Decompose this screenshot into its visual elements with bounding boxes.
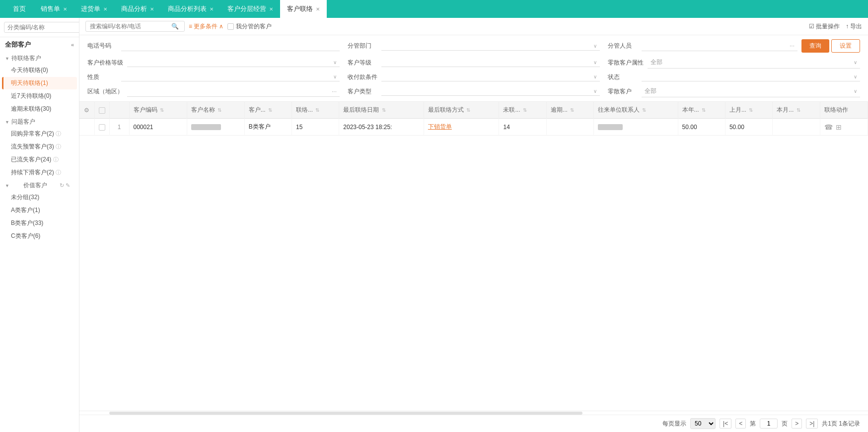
filter-search-icon[interactable]: 🔍	[171, 23, 179, 30]
page-number-input[interactable]	[760, 419, 778, 429]
first-page-btn[interactable]: |<	[720, 419, 731, 429]
row-last-method[interactable]: 下销货单	[424, 119, 499, 136]
col-customer-name[interactable]: 客户名称 ⇅	[187, 102, 244, 119]
col-overdue[interactable]: 逾期... ⇅	[546, 102, 593, 119]
action-phone-icon[interactable]: ☎	[824, 123, 833, 131]
nav-sales[interactable]: 销售单 ✕	[34, 0, 74, 18]
row-num: 1	[109, 119, 129, 136]
row-checkbox[interactable]	[99, 124, 105, 131]
export-btn[interactable]: ↑ 导出	[846, 22, 862, 31]
sidebar-item-tomorrow-pending[interactable]: 明天待联络(1)	[2, 77, 77, 89]
row-type: B类客户	[244, 119, 291, 136]
dept-label: 分管部门	[348, 42, 377, 50]
filter-search-input[interactable]	[90, 23, 169, 30]
col-this-month[interactable]: 本月... ⇅	[773, 102, 820, 119]
filter-row-phone: 电话号码	[87, 39, 340, 53]
next-page-btn[interactable]: >	[792, 419, 802, 429]
sidebar-item-7days-pending[interactable]: 近7天待联络(0)	[2, 90, 77, 102]
payment-select[interactable]: ∨	[381, 72, 600, 81]
nav-customer-contact[interactable]: 客户联络 ✕	[280, 0, 327, 18]
close-sales-icon[interactable]: ✕	[63, 6, 67, 12]
pagination-bar: 每页显示 50 10 20 100 |< < 第 页 > >| 共1页 1条记录	[79, 415, 868, 432]
sidebar-all-label: 全部客户	[5, 40, 31, 49]
sidebar-item-ungrouped[interactable]: 未分组(32)	[2, 191, 77, 204]
horizontal-scrollbar[interactable]	[79, 411, 868, 415]
action-more-icon[interactable]: ⊞	[836, 123, 842, 131]
sidebar: 🔍 全部客户 « 待联络客户 今天待联络(0) 明天待联络(1) 近7天待联络(…	[0, 18, 79, 432]
customer-level-select[interactable]: ∨	[381, 58, 600, 67]
sidebar-item-churned[interactable]: 已流失客户(24) ⓘ	[2, 153, 77, 166]
last-method-link[interactable]: 下销货单	[428, 123, 452, 130]
status-chevron-icon: ∨	[854, 74, 857, 79]
nav-product-analysis[interactable]: 商品分析 ✕	[114, 0, 161, 18]
sidebar-item-class-c[interactable]: C类客户(6)	[2, 230, 77, 242]
close-purchase-icon[interactable]: ✕	[103, 6, 107, 12]
sidebar-search-input[interactable]	[4, 22, 79, 33]
col-this-year[interactable]: 本年... ⇅	[678, 102, 725, 119]
phone-input[interactable]	[121, 41, 340, 51]
sort-this-year-icon: ⇅	[702, 107, 706, 113]
col-last-date[interactable]: 最后联络日期 ⇅	[339, 102, 424, 119]
close-product-analysis-icon[interactable]: ✕	[150, 6, 154, 12]
col-unit-contact[interactable]: 往来单位联系人 ⇅	[594, 102, 678, 119]
customer-name-redacted	[191, 124, 221, 130]
sidebar-item-today-pending[interactable]: 今天待联络(0)	[2, 64, 77, 76]
retail-customer-chevron-icon: ∨	[854, 88, 857, 94]
action-icons-group: ☎ ⊞	[824, 123, 864, 131]
nav-product-analysis-list[interactable]: 商品分析列表 ✕	[161, 0, 220, 18]
query-button[interactable]: 查询	[801, 39, 829, 53]
dept-select[interactable]: ∨	[381, 42, 600, 51]
col-customer-type[interactable]: 客户... ⇅	[244, 102, 291, 119]
price-level-chevron-icon: ∨	[333, 60, 337, 65]
close-customer-seg-icon[interactable]: ✕	[269, 6, 273, 12]
region-dots-icon: ···	[332, 88, 337, 95]
customer-type-label: 客户类型	[348, 87, 377, 96]
sidebar-item-churn-warning[interactable]: 流失预警客户(3) ⓘ	[2, 141, 77, 153]
last-page-btn[interactable]: >|	[806, 419, 818, 429]
row-last-date: 2023-05-23 18:25:	[339, 119, 424, 136]
per-page-select[interactable]: 50 10 20 100	[690, 418, 716, 429]
col-not-linked[interactable]: 未联... ⇅	[499, 102, 546, 119]
row-unit-contact	[594, 119, 678, 136]
batch-ops-checkbox-icon: ☑	[809, 23, 814, 30]
col-contact-count[interactable]: 联络... ⇅	[291, 102, 339, 119]
nav-home[interactable]: 首页	[5, 0, 34, 18]
col-settings[interactable]: ⚙	[79, 102, 94, 119]
filter-more-btn[interactable]: ≡ 更多条件 ∧	[189, 22, 223, 31]
retail-attr-select[interactable]: 全部 ∨	[648, 57, 860, 69]
col-last-month[interactable]: 上月... ⇅	[725, 102, 772, 119]
sidebar-group-problem: 问题客户	[0, 116, 79, 127]
nav-customer-segmentation[interactable]: 客户分层经营 ✕	[220, 0, 280, 18]
filter-row-retail-attr: 零散客户属性 全部 ∨	[608, 57, 860, 69]
close-product-analysis-list-icon[interactable]: ✕	[210, 6, 214, 12]
nature-select[interactable]: ∨	[121, 72, 340, 81]
customer-type-select[interactable]: ∨	[381, 87, 600, 96]
header-checkbox[interactable]	[99, 107, 105, 114]
filter-chevron-icon: ∧	[219, 23, 223, 30]
row-last-month: 50.00	[725, 119, 772, 136]
prev-page-btn[interactable]: <	[735, 419, 746, 429]
col-customer-code[interactable]: 客户编码 ⇅	[129, 102, 187, 119]
col-last-method[interactable]: 最后联络方式 ⇅	[424, 102, 499, 119]
sidebar-item-class-b[interactable]: B类客户(33)	[2, 217, 77, 229]
my-customers-checkbox[interactable]	[227, 23, 234, 30]
batch-ops-btn[interactable]: ☑ 批量操作	[809, 22, 840, 31]
filter-row-manager: 分管人员 ··· 查询 设置	[608, 39, 860, 53]
sidebar-item-repurchase-abnormal[interactable]: 回购异常客户(2) ⓘ	[2, 128, 77, 140]
nav-purchase[interactable]: 进货单 ✕	[74, 0, 114, 18]
region-select[interactable]: ···	[127, 86, 340, 97]
manager-select[interactable]: ···	[642, 41, 797, 51]
status-select[interactable]: ∨	[642, 72, 860, 81]
value-group-icons[interactable]: ↻ ✎	[60, 182, 70, 189]
sidebar-item-class-a[interactable]: A类客户(1)	[2, 204, 77, 216]
sidebar-all-customers[interactable]: 全部客户 «	[0, 37, 79, 52]
sidebar-item-declining[interactable]: 持续下滑客户(2) ⓘ	[2, 166, 77, 179]
close-customer-contact-icon[interactable]: ✕	[316, 6, 320, 12]
price-level-select[interactable]: ∨	[127, 58, 340, 67]
my-customers-filter[interactable]: 我分管的客户	[227, 22, 272, 31]
sort-unit-contact-icon: ⇅	[642, 107, 646, 113]
set-button[interactable]: 设置	[831, 39, 860, 53]
sidebar-item-overdue-pending[interactable]: 逾期未联络(30)	[2, 103, 77, 115]
payment-chevron-icon: ∨	[593, 74, 597, 79]
retail-customer-select[interactable]: 全部 ∨	[642, 85, 860, 97]
